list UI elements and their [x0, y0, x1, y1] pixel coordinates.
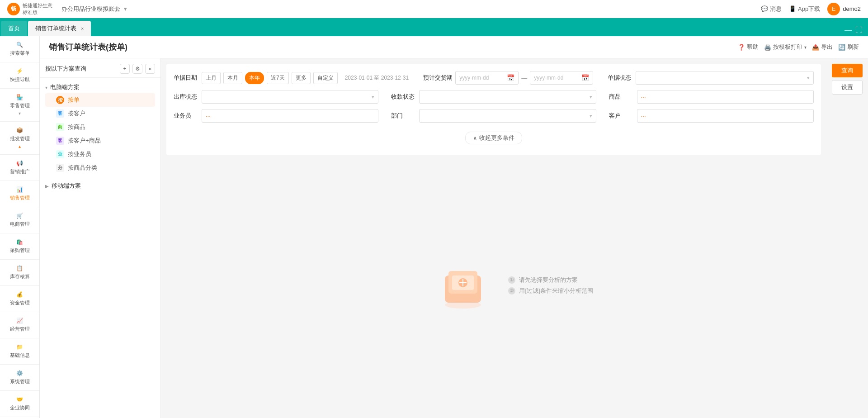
add-scheme-button[interactable]: +: [120, 64, 130, 74]
tab-sales-order[interactable]: 销售订单统计表 ×: [28, 21, 91, 36]
tab-home-label: 首页: [8, 24, 20, 33]
dept-filter-group: 部门 ▾: [391, 109, 596, 123]
scheme-label-byorder: 按单: [68, 96, 80, 104]
sidebar-item-basic[interactable]: 📁 基础信息: [0, 338, 39, 365]
wholesale-expand-icon: ▴: [19, 144, 21, 149]
add-icon: +: [123, 66, 126, 72]
tab-bar: 首页 销售订单统计表 × — ⛶: [0, 18, 868, 36]
date-btn-custom[interactable]: 自定义: [313, 72, 338, 84]
sidebar-item-sales[interactable]: 📊 销售管理: [0, 181, 39, 207]
status-select[interactable]: ▾: [636, 71, 814, 85]
date-btn-more[interactable]: 更多: [292, 72, 311, 84]
scheme-label-bysales: 按业务员: [68, 150, 91, 158]
scheme-label-bycustomergoods: 按客户+商品: [68, 137, 101, 145]
scheme-icon-byorder: 按: [56, 96, 64, 104]
desktop-section-header[interactable]: ▾ 电脑端方案: [45, 81, 155, 93]
tab-close-icon[interactable]: ×: [81, 26, 84, 31]
collapse-icon: «: [149, 66, 152, 72]
calendar-icon-2: 📅: [581, 74, 589, 81]
date-btn-lastmonth[interactable]: 上月: [202, 72, 221, 84]
desktop-section-label: 电脑端方案: [50, 83, 80, 91]
sidebar-item-search[interactable]: 🔍 搜索菜单: [0, 36, 39, 62]
scheme-icon-bysales: 业: [56, 150, 64, 158]
app-download-icon: 📱: [789, 5, 796, 12]
sidebar-item-system[interactable]: ⚙️ 系统管理: [0, 365, 39, 391]
message-button[interactable]: 💬 消息: [761, 5, 782, 13]
wholesale-icon: 📦: [16, 127, 23, 133]
export-button[interactable]: 📤 导出: [812, 43, 833, 51]
sidebar-item-enterprise[interactable]: 🤝 企业协同: [0, 391, 39, 417]
scheme-section-desktop: ▾ 电脑端方案 按 按单 客 按客户 商 按商品: [40, 78, 160, 178]
dropdown-icon[interactable]: ▾: [124, 5, 127, 12]
ecommerce-icon: 🛒: [16, 213, 23, 219]
empty-svg: [436, 262, 490, 312]
print-dropdown-icon[interactable]: ▾: [804, 45, 807, 50]
date-btn-7days[interactable]: 近7天: [267, 72, 289, 84]
dept-select[interactable]: ▾: [419, 109, 596, 123]
sidebar-item-wholesale[interactable]: 📦 批发管理 ▴: [0, 122, 39, 155]
scheme-item-byorder[interactable]: 按 按单: [45, 93, 155, 107]
left-panel-header: 按以下方案查询 + ⚙ «: [40, 58, 160, 78]
delivery-label: 出库状态: [174, 93, 199, 101]
date-label: 单据日期: [174, 74, 199, 82]
sidebar-item-ecommerce[interactable]: 🛒 电商管理: [0, 207, 39, 233]
payment-label: 收款状态: [391, 93, 416, 101]
date-btn-thismonth[interactable]: 本月: [223, 72, 242, 84]
empty-text: ① 请先选择要分析的方案 ② 用[过滤]条件来缩小分析范围: [508, 276, 593, 298]
expected-date-start[interactable]: yyyy-mm-dd 📅: [455, 71, 519, 85]
scheme-item-bycustomergoods[interactable]: 客 按客户+商品: [45, 134, 155, 147]
export-icon: 📤: [812, 44, 819, 51]
mobile-section-header[interactable]: ▶ 移动端方案: [45, 180, 155, 192]
customer-select[interactable]: ···: [637, 109, 814, 123]
top-bar-left: 畅 畅捷通好生意 标准版 办公用品行业模拟账套 ▾: [7, 2, 127, 15]
hint-num-1: ①: [508, 276, 515, 284]
expected-date-end[interactable]: yyyy-mm-dd 📅: [530, 71, 593, 85]
payment-dropdown-icon: ▾: [590, 94, 592, 100]
collapse-up-icon: ∧: [473, 135, 477, 142]
sidebar-item-operations[interactable]: 📈 经营管理: [0, 312, 39, 338]
salesperson-select[interactable]: ···: [202, 109, 378, 123]
sidebar-item-marketing[interactable]: 📢 营销推广: [0, 155, 39, 181]
date-range-text: 2023-01-01 至 2023-12-31: [345, 74, 409, 82]
query-button[interactable]: 查询: [832, 64, 863, 77]
scheme-item-bygoods[interactable]: 商 按商品: [45, 120, 155, 134]
edit-scheme-button[interactable]: ⚙: [132, 64, 142, 74]
collapse-filter-button[interactable]: ∧ 收起更多条件: [465, 132, 522, 144]
help-button[interactable]: ❓ 帮助: [738, 43, 759, 51]
tab-sales-order-label: 销售订单统计表: [35, 24, 76, 33]
sidebar-item-quicknav[interactable]: ⚡ 快捷导航: [0, 62, 39, 89]
sidebar: 🔍 搜索菜单 ⚡ 快捷导航 🏪 零售管理 ▾ 📦 批发管理 ▴ 📢 营销推广 📊…: [0, 36, 40, 418]
minimize-icon[interactable]: —: [844, 26, 852, 34]
goods-select[interactable]: ···: [637, 90, 814, 104]
refresh-button[interactable]: 🔄 刷新: [838, 43, 859, 51]
section-toggle-icon: ▾: [45, 85, 47, 90]
app-download-button[interactable]: 📱 App下载: [789, 5, 820, 13]
sidebar-item-inventory[interactable]: 📋 库存核算: [0, 260, 39, 286]
payment-select[interactable]: ▾: [419, 90, 596, 104]
user-menu[interactable]: E demo2: [827, 3, 861, 15]
content-area: 销售订单统计表(按单) ❓ 帮助 🖨️ 按模板打印 ▾ 📤 导出 🔄 刷新: [40, 36, 868, 418]
operations-icon: 📈: [16, 318, 23, 324]
scheme-label-bygoods: 按商品: [68, 123, 85, 131]
sidebar-item-finance[interactable]: 💰 资金管理: [0, 286, 39, 312]
empty-hint-2: ② 用[过滤]条件来缩小分析范围: [508, 287, 593, 295]
collapse-panel-button[interactable]: «: [145, 64, 155, 74]
filter-row-2: 出库状态 ▾ 收款状态 ▾: [174, 90, 814, 104]
sidebar-item-retail[interactable]: 🏪 零售管理 ▾: [0, 89, 39, 122]
app-title: 办公用品行业模拟账套: [61, 5, 120, 13]
help-icon: ❓: [738, 44, 745, 51]
tab-home[interactable]: 首页: [1, 21, 27, 36]
settings-button[interactable]: 设置: [832, 80, 863, 95]
date-btn-thisyear[interactable]: 本年: [245, 72, 264, 84]
scheme-item-bycustomer[interactable]: 客 按客户: [45, 107, 155, 120]
logo-icon: 畅: [7, 3, 20, 15]
scheme-item-bysales[interactable]: 业 按业务员: [45, 147, 155, 161]
sidebar-item-purchase[interactable]: 🛍️ 采购管理: [0, 233, 39, 260]
empty-content: ① 请先选择要分析的方案 ② 用[过滤]条件来缩小分析范围: [436, 260, 593, 314]
refresh-icon: 🔄: [838, 44, 845, 51]
maximize-icon[interactable]: ⛶: [855, 26, 863, 34]
print-button[interactable]: 🖨️ 按模板打印 ▾: [764, 43, 807, 51]
delivery-select[interactable]: ▾: [202, 90, 378, 104]
sales-icon: 📊: [16, 186, 23, 193]
scheme-item-bycategory[interactable]: 分 按商品分类: [45, 161, 155, 175]
